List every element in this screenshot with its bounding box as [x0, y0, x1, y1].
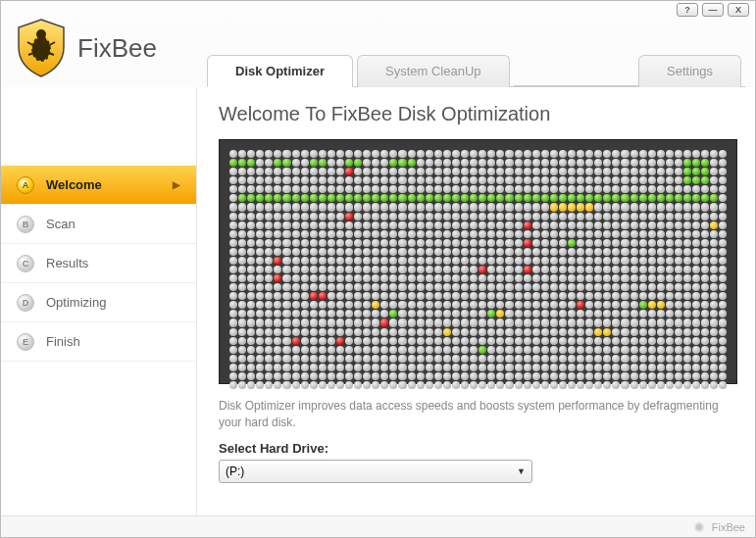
- defrag-block: [541, 301, 549, 309]
- defrag-block: [692, 194, 700, 202]
- defrag-block: [274, 292, 281, 300]
- defrag-block: [328, 194, 335, 202]
- defrag-block: [282, 150, 290, 158]
- defrag-block: [408, 185, 416, 193]
- defrag-block: [577, 168, 584, 175]
- defrag-block: [639, 381, 647, 389]
- sidebar-item-welcome[interactable]: A Welcome ▶: [1, 166, 196, 205]
- defrag-block: [541, 213, 549, 220]
- sidebar-item-results[interactable]: C Results: [1, 244, 196, 283]
- defrag-block: [319, 274, 327, 282]
- defrag-block: [256, 150, 264, 158]
- defrag-block: [550, 248, 558, 256]
- defrag-block: [247, 213, 255, 220]
- defrag-block: [247, 239, 255, 247]
- defrag-block: [505, 221, 513, 229]
- defrag-block: [594, 159, 602, 167]
- defrag-block: [336, 221, 344, 229]
- defrag-block: [559, 337, 567, 345]
- defrag-block: [701, 310, 709, 318]
- tab-disk-optimizer[interactable]: Disk Optimizer: [207, 55, 353, 87]
- defrag-block: [274, 257, 281, 265]
- defrag-block: [603, 310, 611, 318]
- defrag-block: [461, 185, 469, 193]
- defrag-block: [389, 283, 397, 291]
- defrag-block: [417, 257, 425, 265]
- defrag-block: [683, 372, 691, 380]
- defrag-block: [345, 239, 353, 247]
- defrag-block: [568, 230, 576, 238]
- defrag-block: [496, 346, 504, 354]
- defrag-block: [426, 150, 433, 158]
- defrag-block: [328, 159, 335, 167]
- defrag-block: [452, 168, 460, 175]
- defrag-block: [568, 372, 576, 380]
- defrag-block: [380, 248, 388, 256]
- defrag-block: [630, 159, 638, 167]
- defrag-block: [621, 337, 629, 345]
- defrag-block: [541, 318, 549, 326]
- tab-system-cleanup[interactable]: System CleanUp: [357, 55, 510, 87]
- defrag-block: [452, 372, 460, 380]
- defrag-block: [452, 328, 460, 336]
- defrag-block: [585, 168, 593, 175]
- defrag-block: [594, 239, 602, 247]
- defrag-block: [541, 230, 549, 238]
- defrag-block: [541, 150, 549, 158]
- defrag-block: [417, 318, 425, 326]
- defrag-block: [683, 213, 691, 220]
- defrag-block: [417, 310, 425, 318]
- defrag-block: [292, 239, 300, 247]
- defrag-block: [719, 381, 727, 389]
- defrag-block: [657, 194, 665, 202]
- defrag-block: [577, 248, 584, 256]
- defrag-block: [612, 328, 620, 336]
- defrag-block: [452, 150, 460, 158]
- defrag-block: [683, 221, 691, 229]
- defrag-block: [577, 239, 584, 247]
- defrag-block: [354, 318, 362, 326]
- sidebar-item-optimizing[interactable]: D Optimizing: [1, 283, 196, 322]
- defrag-block: [461, 301, 469, 309]
- defrag-block: [515, 203, 523, 211]
- defrag-block: [434, 372, 442, 380]
- defrag-block: [282, 185, 290, 193]
- defrag-block: [648, 301, 656, 309]
- defrag-block: [256, 194, 264, 202]
- defrag-block: [710, 318, 718, 326]
- defrag-block: [354, 230, 362, 238]
- defrag-block: [719, 346, 727, 354]
- defrag-block: [701, 337, 709, 345]
- defrag-block: [336, 203, 344, 211]
- step-bullet-icon: B: [17, 216, 34, 233]
- defrag-block: [256, 310, 264, 318]
- defrag-block: [657, 176, 665, 184]
- tab-settings[interactable]: Settings: [638, 55, 741, 87]
- defrag-block: [354, 381, 362, 389]
- drive-select[interactable]: (P:) ▼: [219, 460, 532, 483]
- defrag-block: [319, 310, 327, 318]
- defrag-block: [229, 318, 237, 326]
- defrag-block: [310, 328, 318, 336]
- defrag-block: [426, 318, 433, 326]
- defrag-block: [380, 381, 388, 389]
- step-bullet-icon: D: [17, 294, 34, 312]
- defrag-block: [701, 372, 709, 380]
- defrag-block: [496, 372, 504, 380]
- defrag-block: [265, 372, 273, 380]
- drive-select-label: Select Hard Drive:: [219, 441, 737, 456]
- defrag-block: [541, 274, 549, 282]
- defrag-block: [594, 176, 602, 184]
- defrag-block: [675, 381, 682, 389]
- defrag-block: [594, 318, 602, 326]
- defrag-block: [639, 337, 647, 345]
- sidebar-item-finish[interactable]: E Finish: [1, 322, 196, 362]
- defrag-block: [612, 257, 620, 265]
- defrag-block: [675, 213, 682, 220]
- defrag-block: [398, 318, 406, 326]
- sidebar-item-scan[interactable]: B Scan: [1, 205, 196, 244]
- defrag-block: [363, 337, 371, 345]
- defrag-block: [282, 203, 290, 211]
- defrag-block: [282, 266, 290, 273]
- defrag-block: [417, 159, 425, 167]
